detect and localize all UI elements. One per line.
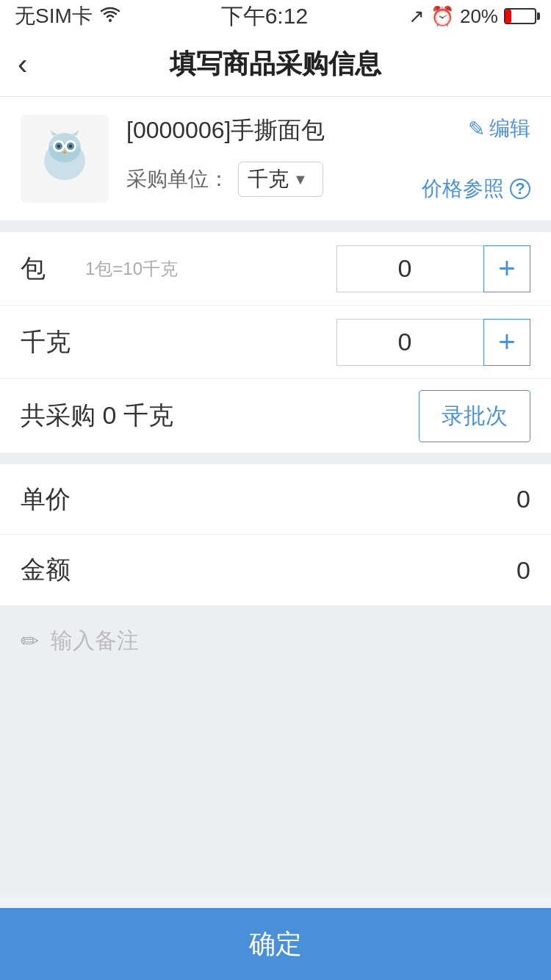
page-title: 填写商品采购信息: [170, 46, 381, 82]
pack-sublabel: 1包=10千克: [85, 257, 178, 281]
product-image: [21, 115, 109, 203]
status-time: 下午6:12: [221, 1, 308, 32]
edit-label: 编辑: [489, 115, 530, 143]
status-right: ↗ ⏰ 20%: [408, 5, 536, 28]
kg-qty-wrap: +: [336, 319, 530, 366]
batch-button[interactable]: 录批次: [419, 390, 530, 442]
remark-section[interactable]: ✏ 输入备注: [0, 605, 551, 677]
divider-band-1: [0, 220, 551, 232]
status-left: 无SIM卡: [15, 2, 120, 30]
divider-band-2: [0, 453, 551, 464]
remark-placeholder: 输入备注: [51, 626, 139, 656]
pack-label: 包: [21, 252, 79, 286]
amount-label: 金额: [21, 553, 516, 587]
unit-price-row: 单价 0: [0, 464, 551, 535]
carrier-text: 无SIM卡: [15, 2, 93, 30]
kg-row: 千克 +: [0, 306, 551, 379]
kg-qty-input[interactable]: [336, 319, 483, 366]
price-section: 单价 0 金额 0: [0, 464, 551, 605]
location-icon: ↗: [408, 5, 425, 28]
price-ref-label: 价格参照: [422, 175, 504, 203]
price-ref-button[interactable]: 价格参照 ?: [422, 175, 530, 203]
unit-price-label: 单价: [21, 483, 516, 516]
pack-qty-input[interactable]: [336, 245, 483, 292]
unit-price-value: 0: [516, 485, 530, 514]
total-row: 共采购 0 千克 录批次: [0, 379, 551, 453]
pack-plus-button[interactable]: +: [483, 245, 530, 292]
svg-point-8: [69, 145, 72, 148]
back-button[interactable]: ‹: [18, 48, 27, 81]
chevron-down-icon: ▼: [293, 171, 308, 188]
nav-bar: ‹ 填写商品采购信息: [0, 32, 551, 97]
pencil-icon: ✏: [21, 628, 39, 654]
edit-icon: ✎: [468, 117, 485, 141]
alarm-icon: ⏰: [431, 5, 454, 28]
svg-point-7: [57, 145, 60, 148]
amount-row: 金额 0: [0, 535, 551, 605]
product-card: [0000006]手撕面包 采购单位： 千克 ▼ ✎ 编辑 价格参照 ?: [0, 97, 551, 220]
kg-label: 千克: [21, 325, 79, 359]
pack-row: 包 1包=10千克 +: [0, 232, 551, 306]
battery-icon: [504, 8, 536, 24]
status-bar: 无SIM卡 下午6:12 ↗ ⏰ 20%: [0, 0, 551, 32]
input-section: 包 1包=10千克 + 千克 +: [0, 232, 551, 379]
kg-plus-button[interactable]: +: [483, 319, 530, 366]
unit-value: 千克: [248, 165, 289, 193]
content-space: [0, 677, 551, 897]
battery-text: 20%: [460, 5, 498, 28]
confirm-button[interactable]: 确定: [0, 908, 551, 980]
unit-label: 采购单位：: [126, 165, 229, 193]
total-label: 共采购 0 千克: [21, 399, 419, 433]
product-logo: [35, 126, 94, 191]
pack-qty-wrap: +: [336, 245, 530, 292]
svg-marker-11: [72, 130, 79, 136]
info-icon: ?: [510, 179, 530, 199]
svg-point-0: [109, 19, 112, 22]
amount-value: 0: [516, 556, 530, 585]
wifi-icon: [100, 4, 120, 28]
svg-marker-10: [50, 130, 57, 136]
edit-button[interactable]: ✎ 编辑: [468, 115, 530, 143]
unit-select[interactable]: 千克 ▼: [238, 162, 323, 197]
